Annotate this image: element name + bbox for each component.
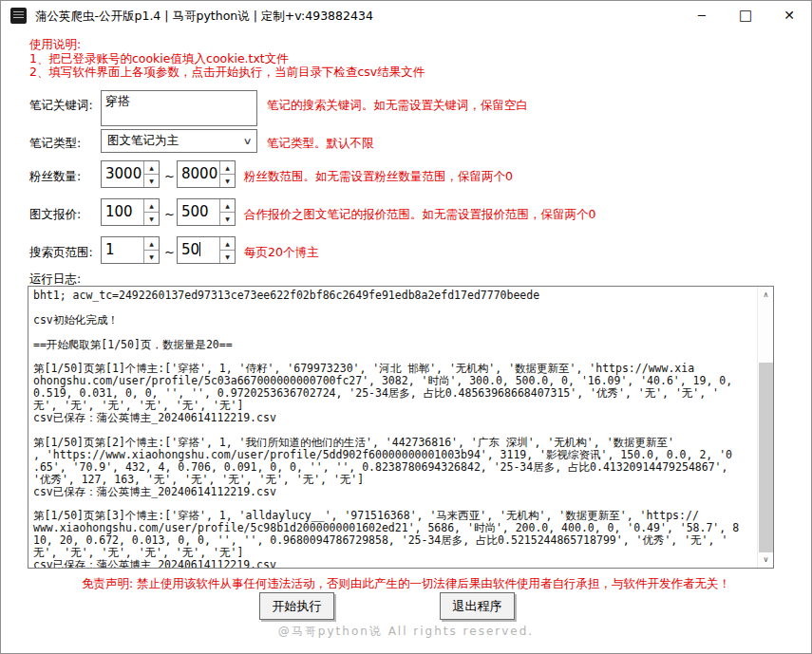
spin-down-icon[interactable]: ▼	[144, 251, 159, 263]
price-label: 图文报价:	[29, 207, 81, 223]
chevron-down-icon: ∨	[242, 136, 252, 146]
log-scrollbar[interactable]: ∧ ∨	[757, 287, 773, 568]
keyword-input[interactable]: 穿搭	[101, 90, 257, 126]
spin-up-icon[interactable]: ▲	[144, 237, 159, 251]
keyword-hint: 笔记的搜索关键词。如无需设置关键词，保留空白	[267, 98, 528, 114]
minimize-icon[interactable]: ─	[680, 1, 724, 29]
note-type-value: 图文笔记为主	[107, 133, 179, 149]
run-log-panel: bht1; acw_tc=2492260137ed97313ce73ee622f…	[28, 286, 774, 569]
text-cursor	[199, 242, 200, 256]
price-range-separator: ~	[164, 207, 175, 221]
spin-down-icon[interactable]: ▼	[220, 213, 235, 225]
spin-up-icon[interactable]: ▲	[144, 199, 159, 213]
pages-min-spinner[interactable]: 1 ▲ ▼	[101, 236, 160, 264]
close-icon[interactable]: ✕	[767, 1, 811, 29]
spin-up-icon[interactable]: ▲	[220, 161, 235, 175]
price-max-value: 500	[178, 199, 219, 225]
fans-max-value: 8000	[178, 161, 219, 187]
pages-max-value: 50	[181, 241, 199, 258]
instructions-step-1: 1、把已登录账号的cookie值填入cookie.txt文件	[29, 52, 425, 66]
pages-range-separator: ~	[164, 245, 175, 259]
spin-up-icon[interactable]: ▲	[220, 237, 235, 251]
window-title: 蒲公英爬虫-公开版p1.4 | 马哥python说 | 定制+v:4938824…	[35, 9, 373, 25]
keyword-label: 笔记关键词:	[29, 98, 93, 114]
disclaimer-text: 免责声明: 禁止使用该软件从事任何违法活动，否则由此产生的一切法律后果由软件使用…	[1, 576, 811, 592]
instructions-step-2: 2、填写软件界面上各项参数，点击开始执行，当前目录下检查csv结果文件	[29, 65, 425, 80]
run-log-text[interactable]: bht1; acw_tc=2492260137ed97313ce73ee622f…	[28, 287, 757, 568]
note-type-hint: 笔记类型。默认不限	[267, 136, 374, 152]
scroll-down-icon[interactable]: ∨	[758, 551, 774, 568]
pages-hint: 每页20个博主	[244, 245, 318, 261]
pages-label: 搜索页范围:	[29, 245, 93, 261]
spin-down-icon[interactable]: ▼	[220, 251, 235, 263]
price-hint: 合作报价之图文笔记的报价范围。如无需设置报价范围，保留两个0	[244, 207, 595, 223]
title-bar[interactable]: 蒲公英爬虫-公开版p1.4 | 马哥python说 | 定制+v:4938824…	[1, 1, 811, 29]
fans-min-value: 3000	[102, 161, 143, 187]
fans-max-spinner[interactable]: 8000 ▲ ▼	[177, 160, 236, 188]
exit-button[interactable]: 退出程序	[440, 592, 515, 620]
spin-down-icon[interactable]: ▼	[144, 213, 159, 225]
maximize-icon[interactable]: □	[724, 1, 767, 29]
price-max-spinner[interactable]: 500 ▲ ▼	[177, 198, 236, 226]
window-controls: ─ □ ✕	[680, 1, 811, 29]
app-icon	[10, 8, 27, 24]
fans-label: 粉丝数量:	[29, 169, 81, 185]
usage-instructions: 使用说明: 1、把已登录账号的cookie值填入cookie.txt文件 2、填…	[29, 38, 425, 80]
start-button[interactable]: 开始执行	[259, 592, 334, 620]
price-min-value: 100	[102, 199, 143, 225]
spin-down-icon[interactable]: ▼	[220, 175, 235, 187]
fans-range-separator: ~	[164, 169, 175, 183]
instructions-heading: 使用说明:	[29, 38, 425, 52]
scrollbar-thumb[interactable]	[759, 363, 773, 552]
app-window: 蒲公英爬虫-公开版p1.4 | 马哥python说 | 定制+v:4938824…	[0, 0, 812, 654]
pages-max-spinner[interactable]: 50 ▲ ▼	[177, 236, 236, 264]
scroll-up-icon[interactable]: ∧	[758, 287, 774, 303]
note-type-label: 笔记类型:	[29, 136, 81, 152]
fans-min-spinner[interactable]: 3000 ▲ ▼	[101, 160, 160, 188]
copyright-text: @马哥python说 All rights reserved.	[1, 624, 811, 640]
spin-up-icon[interactable]: ▲	[144, 161, 159, 175]
spin-down-icon[interactable]: ▼	[144, 175, 159, 187]
fans-hint: 粉丝数范围。如无需设置粉丝数量范围，保留两个0	[244, 169, 513, 185]
price-min-spinner[interactable]: 100 ▲ ▼	[101, 198, 160, 226]
note-type-select[interactable]: 图文笔记为主 ∨	[101, 129, 257, 153]
pages-min-value: 1	[102, 237, 143, 263]
spin-up-icon[interactable]: ▲	[220, 199, 235, 213]
